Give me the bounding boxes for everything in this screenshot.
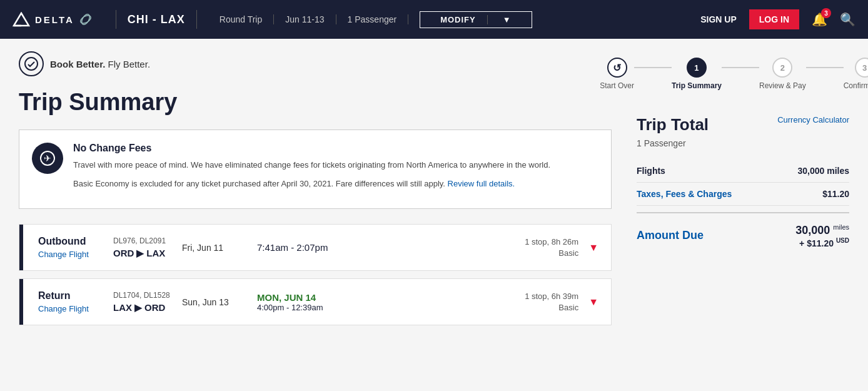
step-connector-1: [634, 67, 672, 68]
flights-value: 30,000 miles: [797, 166, 849, 176]
delta-triangle-icon: [13, 12, 30, 27]
modify-chevron-icon: ▼: [492, 15, 523, 24]
outbound-left-bar: [19, 225, 23, 270]
return-expand-button[interactable]: ▼: [588, 297, 598, 308]
trip-type: Round Trip: [208, 14, 274, 24]
trip-total-header: Trip Total Currency Calculator: [637, 115, 849, 135]
taxes-value: $11.20: [822, 189, 849, 199]
return-date: Sun, Jun 13: [182, 297, 257, 307]
passenger-count-total: 1 Passenger: [637, 138, 849, 148]
no-change-fees-box: ✈ No Change Fees Travel with more peace …: [19, 129, 612, 209]
return-type: Return Change Flight: [32, 290, 113, 313]
svg-marker-0: [14, 13, 29, 26]
taxes-label: Taxes, Fees & Charges: [637, 189, 732, 199]
no-change-fees-title: No Change Fees: [73, 143, 550, 154]
logo-text: DELTA: [35, 14, 74, 25]
book-better-text: Book Better. Fly Better.: [50, 59, 150, 69]
logo: DELTA: [13, 12, 92, 27]
outbound-flight-nums: DL976, DL2091: [113, 236, 182, 245]
no-change-fees-body: Travel with more peace of mind. We have …: [73, 159, 550, 171]
step-label-trip-summary: Trip Summary: [672, 81, 722, 90]
taxes-line: Taxes, Fees & Charges $11.20: [637, 183, 849, 206]
notifications-button[interactable]: 🔔 3: [812, 12, 827, 27]
search-button[interactable]: 🔍: [840, 12, 855, 27]
svg-point-4: [25, 58, 38, 70]
outbound-flight-card: Outbound Change Flight DL976, DL2091 ORD…: [19, 224, 612, 271]
log-in-button[interactable]: LOG IN: [749, 9, 799, 29]
step-label-confirmation: Confirmation: [844, 81, 868, 90]
step-review-pay: 2 Review & Pay: [759, 58, 806, 90]
step-start-over: ↺ Start Over: [600, 58, 634, 90]
svg-point-3: [80, 13, 91, 26]
header-right: SIGN UP LOG IN 🔔 3 🔍: [700, 9, 855, 29]
modify-button[interactable]: MODIFY ▼: [420, 11, 532, 28]
header-meta: Round Trip Jun 11-13 1 Passenger MODIFY …: [208, 11, 532, 28]
step-circle-confirmation: 3: [855, 58, 868, 78]
header: DELTA CHI - LAX Round Trip Jun 11-13 1 P…: [0, 0, 868, 39]
return-time-value: 4:00pm - 12:39am: [257, 303, 503, 312]
step-circle-review-pay: 2: [772, 58, 792, 78]
outbound-expand-button[interactable]: ▼: [588, 242, 598, 253]
outbound-change-link[interactable]: Change Flight: [38, 250, 113, 259]
step-connector-3: [806, 67, 844, 68]
modify-wrapper: MODIFY ▼: [408, 11, 532, 28]
step-circle-start-over[interactable]: ↺: [607, 58, 627, 78]
main-container: Book Better. Fly Better. Trip Summary ✈ …: [0, 39, 868, 345]
book-better-logo: [19, 51, 44, 76]
step-label-review-pay: Review & Pay: [759, 81, 806, 90]
step-circle-trip-summary: 1: [687, 58, 707, 78]
sign-up-link[interactable]: SIGN UP: [700, 14, 737, 24]
currency-calculator-link[interactable]: Currency Calculator: [777, 115, 849, 124]
return-label: Return: [38, 290, 113, 302]
return-route-arrow-icon: ▶: [134, 302, 142, 313]
review-full-details-link[interactable]: Review full details.: [448, 179, 515, 188]
flights-label: Flights: [637, 166, 665, 176]
book-better-icon: [24, 56, 39, 71]
outbound-label: Outbound: [38, 236, 113, 247]
outbound-date: Fri, Jun 11: [182, 243, 257, 253]
amount-due-value: 30,000 miles + $11.20 USD: [795, 223, 849, 248]
outbound-stop-line: 1 stop, 8h 26m: [503, 237, 578, 246]
svg-point-2: [79, 14, 92, 25]
left-content: Book Better. Fly Better. Trip Summary ✈ …: [19, 51, 612, 333]
header-divider-2: [196, 10, 197, 29]
step-label-start-over: Start Over: [600, 81, 634, 90]
right-sidebar: ↺ Start Over 1 Trip Summary 2 Review & P…: [637, 51, 849, 333]
outbound-stops: 1 stop, 8h 26m Basic: [503, 237, 578, 258]
outbound-time: 7:41am - 2:07pm: [257, 242, 503, 253]
search-icon: 🔍: [840, 13, 855, 26]
return-stops: 1 stop, 6h 39m Basic: [503, 292, 578, 312]
step-connector-2: [722, 67, 759, 68]
progress-steps: ↺ Start Over 1 Trip Summary 2 Review & P…: [637, 51, 849, 90]
amount-due-usd: + $11.20 USD: [795, 237, 849, 248]
return-flight-nums: DL1704, DL1528: [113, 291, 182, 300]
passenger-count-header: 1 Passenger: [336, 14, 409, 24]
return-next-day: MON, JUN 14: [257, 292, 503, 303]
amount-due-section: Amount Due 30,000 miles + $11.20 USD: [637, 212, 849, 248]
return-fare-class: Basic: [503, 303, 578, 312]
route-arrow-icon: ▶: [136, 248, 144, 259]
no-change-fees-icon: ✈: [32, 143, 63, 174]
return-left-bar: [19, 279, 23, 325]
page-title: Trip Summary: [19, 89, 612, 116]
outbound-flights: DL976, DL2091 ORD ▶ LAX: [113, 236, 182, 259]
book-better-banner: Book Better. Fly Better.: [19, 51, 612, 76]
step-trip-summary: 1 Trip Summary: [672, 58, 722, 90]
notification-badge: 3: [821, 8, 831, 18]
no-change-fees-note: Basic Economy is excluded for any ticket…: [73, 178, 550, 190]
outbound-fare-class: Basic: [503, 248, 578, 258]
step-confirmation: 3 Confirmation: [844, 58, 868, 90]
header-route: CHI - LAX: [128, 13, 185, 26]
flights-line: Flights 30,000 miles: [637, 160, 849, 183]
return-route: LAX ▶ ORD: [113, 302, 182, 313]
plane-circle-icon: ✈: [39, 150, 56, 166]
trip-dates: Jun 11-13: [274, 14, 336, 24]
return-change-link[interactable]: Change Flight: [38, 304, 113, 313]
return-stop-line: 1 stop, 6h 39m: [503, 292, 578, 301]
no-change-fees-content: No Change Fees Travel with more peace of…: [73, 143, 550, 196]
return-flights: DL1704, DL1528 LAX ▶ ORD: [113, 291, 182, 313]
trip-total-title: Trip Total: [637, 115, 709, 135]
trip-total-section: Trip Total Currency Calculator 1 Passeng…: [637, 109, 849, 255]
svg-text:✈: ✈: [44, 153, 51, 163]
outbound-type: Outbound Change Flight: [32, 236, 113, 259]
